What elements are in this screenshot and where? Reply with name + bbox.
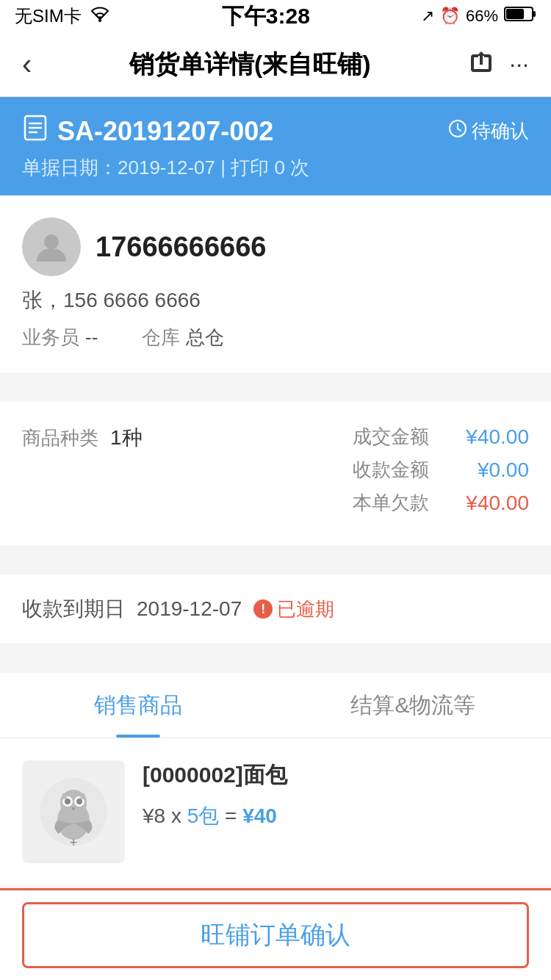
- svg-text:+: +: [70, 835, 78, 849]
- tab-bar: 销售商品 结算&物流等: [0, 673, 551, 738]
- customer-name: 张，156 6666 6666: [22, 287, 529, 314]
- salesman-value: --: [85, 326, 98, 349]
- share-icon[interactable]: [468, 48, 494, 81]
- overdue-icon: !: [253, 599, 273, 619]
- order-id: SA-20191207-002: [22, 115, 273, 148]
- status-time: 下午3:28: [222, 1, 310, 32]
- product-qty: 5包: [187, 804, 220, 827]
- avatar: [22, 217, 81, 276]
- order-id-row: SA-20191207-002 待确认: [22, 115, 529, 148]
- svg-point-0: [98, 19, 101, 22]
- due-date-card: 收款到期日 2019-12-07 ! 已逾期: [0, 574, 551, 644]
- clock-icon: [448, 119, 467, 143]
- salesman-field: 业务员 --: [22, 325, 98, 350]
- owed-amount-value: ¥40.00: [441, 491, 529, 515]
- deal-amount-row: 成交金额 ¥40.00: [353, 424, 529, 450]
- category-value: 1种: [110, 424, 143, 452]
- warehouse-field: 仓库 总仓: [142, 325, 224, 350]
- divider-3: [0, 658, 551, 673]
- deal-amount-label: 成交金额: [353, 424, 429, 450]
- wifi-icon: [89, 6, 111, 26]
- svg-point-6: [44, 234, 59, 249]
- product-total: ¥40: [242, 804, 277, 827]
- svg-point-13: [76, 799, 82, 804]
- product-list: + [0000002]面包 ¥8 x 5包 = ¥40: [0, 738, 551, 885]
- order-date: 单据日期：2019-12-07 | 打印 0 次: [22, 155, 529, 181]
- tab-sales-product[interactable]: 销售商品: [0, 673, 276, 738]
- order-header: SA-20191207-002 待确认 单据日期：2019-12-07 | 打印…: [0, 97, 551, 195]
- svg-rect-2: [533, 11, 536, 17]
- divider-2: [0, 560, 551, 574]
- deal-amount-value: ¥40.00: [441, 425, 529, 449]
- customer-phone: 17666666666: [96, 231, 266, 263]
- overdue-text: 已逾期: [277, 597, 334, 622]
- tab-underline: [116, 735, 160, 738]
- due-date-label: 收款到期日: [22, 595, 125, 623]
- divider-1: [0, 387, 551, 402]
- category-label: 商品种类: [22, 425, 98, 451]
- owed-amount-row: 本单欠款 ¥40.00: [353, 490, 529, 516]
- location-icon: ↗: [421, 7, 434, 26]
- customer-meta: 业务员 -- 仓库 总仓: [22, 325, 529, 350]
- paid-amount-value: ¥0.00: [441, 458, 529, 482]
- product-info: [0000002]面包 ¥8 x 5包 = ¥40: [143, 760, 529, 830]
- battery-text: 66%: [466, 7, 498, 26]
- owed-amount-label: 本单欠款: [353, 490, 429, 516]
- overdue-badge: ! 已逾期: [253, 597, 334, 622]
- product-name: [0000002]面包: [143, 760, 529, 790]
- svg-rect-3: [506, 9, 524, 19]
- customer-card: 17666666666 张，156 6666 6666 业务员 -- 仓库 总仓: [0, 195, 551, 372]
- svg-point-12: [65, 799, 71, 804]
- warehouse-label: 仓库: [142, 325, 180, 350]
- summary-left: 商品种类 1种: [22, 424, 143, 452]
- tab-settlement[interactable]: 结算&物流等: [276, 673, 551, 738]
- alarm-icon: ⏰: [440, 7, 460, 26]
- equals-text: =: [219, 804, 242, 827]
- carrier-text: 无SIM卡: [15, 4, 82, 28]
- warehouse-value: 总仓: [186, 325, 224, 350]
- bottom-bar: 旺铺订单确认: [0, 888, 551, 980]
- customer-row: 17666666666: [22, 217, 529, 276]
- confirm-order-button[interactable]: 旺铺订单确认: [22, 902, 529, 968]
- order-icon: [22, 115, 48, 148]
- status-right: ↗ ⏰ 66%: [421, 6, 536, 26]
- status-left: 无SIM卡: [15, 4, 111, 28]
- nav-bar: ‹ 销货单详情(来自旺铺) ···: [0, 32, 551, 97]
- product-price: ¥8 x 5包 = ¥40: [143, 802, 529, 830]
- salesman-label: 业务员: [22, 325, 79, 350]
- paid-amount-label: 收款金额: [353, 457, 429, 483]
- due-date-value: 2019-12-07: [137, 597, 242, 621]
- paid-amount-row: 收款金额 ¥0.00: [353, 457, 529, 483]
- status-bar: 无SIM卡 下午3:28 ↗ ⏰ 66%: [0, 0, 551, 32]
- page-title: 销货单详情(来自旺铺): [129, 48, 371, 82]
- product-thumbnail: +: [22, 760, 125, 863]
- back-button[interactable]: ‹: [22, 48, 32, 81]
- order-status: 待确认: [448, 118, 529, 144]
- price-text: ¥8 x: [143, 804, 187, 827]
- nav-icons: ···: [468, 48, 529, 81]
- summary-right: 成交金额 ¥40.00 收款金额 ¥0.00 本单欠款 ¥40.00: [353, 424, 529, 523]
- battery-icon: [504, 6, 536, 26]
- summary-card: 商品种类 1种 成交金额 ¥40.00 收款金额 ¥0.00 本单欠款 ¥40.…: [0, 402, 551, 545]
- more-icon[interactable]: ···: [509, 51, 529, 78]
